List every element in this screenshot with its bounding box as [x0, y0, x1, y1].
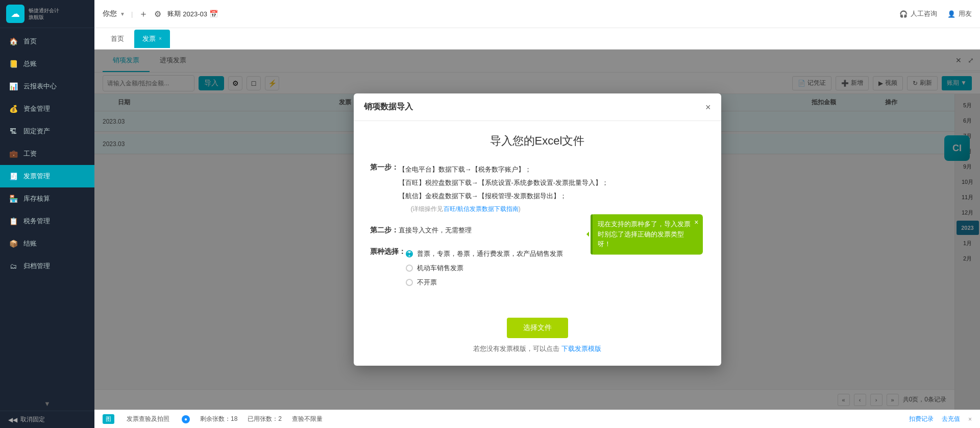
ticket-label: 票种选择： [370, 247, 406, 287]
unpin-icon: ◀◀ [8, 416, 17, 423]
tab-home-label: 首页 [111, 34, 124, 43]
sidebar-item-label: 总账 [23, 59, 37, 68]
radio-item-0[interactable]: 普票，专票，卷票，通行费发票，农产品销售发票 [406, 249, 563, 258]
sidebar-item-settle[interactable]: 📦 结账 [0, 232, 94, 255]
download-template-link[interactable]: 下载发票模版 [561, 345, 601, 352]
step1-content: 【全电平台】数据下载→【税务数字账户】； 【百旺】税控盘数据下载→【系统设置-系… [399, 163, 609, 203]
status-right: 扣费记录 去充值 × [909, 415, 972, 423]
sidebar-item-salary[interactable]: 💼 工资 [0, 142, 94, 165]
sidebar-item-label: 库存核算 [23, 194, 50, 203]
company-name: 你您 [103, 9, 117, 18]
sidebar-item-assets[interactable]: 🏗 固定资产 [0, 120, 94, 142]
ledger-icon: 📒 [8, 59, 18, 69]
topbar-separator: | [131, 10, 133, 18]
status-close-button[interactable]: × [968, 416, 972, 423]
home-icon: 🏠 [8, 36, 18, 46]
step1-line2: 【百旺】税控盘数据下载→【系统设置-系统参数设置-发票批量导入】； [399, 176, 609, 189]
status-badge: ● [182, 415, 190, 423]
period-calendar-icon: 📅 [209, 10, 218, 18]
modal-footer: 选择文件 若您没有发票模版，可以点击 下载发票模版 [354, 310, 721, 366]
step1-line1: 【全电平台】数据下载→【税务数字账户】； [399, 163, 609, 176]
sidebar-item-label: 工资 [23, 149, 37, 158]
status-invoice-icon[interactable]: 图 [103, 414, 114, 424]
logo-text: 畅捷通好会计 旗舰版 [29, 7, 59, 20]
step1-block: 第一步： 【全电平台】数据下载→【税务数字账户】； 【百旺】税控盘数据下载→【系… [370, 163, 705, 213]
tooltip-text: 现在支持的票种多了，导入发票时别忘了选择正确的发票类型呀！ [598, 220, 691, 248]
radio-item-1[interactable]: 机动车销售发票 [406, 264, 563, 273]
report-icon: 📊 [8, 81, 18, 91]
radio-circle-1 [406, 265, 413, 272]
service-button[interactable]: 🎧 人工咨询 [899, 9, 937, 18]
sidebar-item-label: 结账 [23, 239, 37, 248]
status-bar: 图 发票查验及拍照 ● 剩余张数：18 已用张数：2 查验不限量 扣费记录 去充… [94, 410, 980, 428]
template-hint: 若您没有发票模版，可以点击 下载发票模版 [473, 344, 601, 353]
salary-icon: 💼 [8, 149, 18, 159]
sidebar-item-finance[interactable]: 💰 资金管理 [0, 98, 94, 120]
radio-group: 普票，专票，卷票，通行费发票，农产品销售发票 机动车销售发票 不开票 [406, 249, 563, 287]
tabbar: 首页 发票 × [94, 28, 980, 50]
radio-label-1: 机动车销售发票 [417, 264, 463, 273]
archive-icon: 🗂 [8, 261, 18, 271]
sidebar-item-archive[interactable]: 🗂 归档管理 [0, 255, 94, 277]
modal-close-button[interactable]: × [705, 103, 711, 112]
user-menu[interactable]: 👤 用友 [947, 9, 972, 18]
radio-label-0: 普票，专票，卷票，通行费发票，农产品销售发票 [417, 249, 563, 258]
company-selector[interactable]: 你您 ▼ [103, 9, 125, 18]
sidebar-item-home[interactable]: 🏠 首页 [0, 30, 94, 53]
modal-main-title: 导入您的Excel文件 [370, 133, 705, 149]
deduct-record-link[interactable]: 扣费记录 [909, 415, 934, 423]
main-area: 你您 ▼ | ＋ ⚙ 账期 2023-03 📅 🎧 人工咨询 👤 用友 [94, 0, 980, 428]
content-area: 销项发票 进项发票 导入 ⚙ □ ⚡ [94, 50, 980, 410]
topbar: 你您 ▼ | ＋ ⚙ 账期 2023-03 📅 🎧 人工咨询 👤 用友 [94, 0, 980, 28]
inventory-icon: 🏪 [8, 194, 18, 204]
sidebar-item-ledger[interactable]: 📒 总账 [0, 53, 94, 75]
import-modal: 销项数据导入 × 导入您的Excel文件 第一步： 【全电平台】数据下载→【税务… [354, 93, 721, 366]
sidebar-unpin[interactable]: ◀◀ 取消固定 [0, 411, 94, 428]
radio-circle-0 [406, 250, 413, 257]
sidebar-item-inventory[interactable]: 🏪 库存核算 [0, 187, 94, 210]
period-label: 账期 [167, 9, 181, 18]
tooltip-bar [591, 214, 593, 254]
status-used: 已用张数：2 [248, 415, 282, 423]
tab-home[interactable]: 首页 [103, 30, 132, 48]
sidebar-item-label: 首页 [23, 37, 37, 46]
logo-icon: ☁ [6, 5, 24, 23]
settle-icon: 📦 [8, 239, 18, 249]
radio-circle-2 [406, 279, 413, 286]
sidebar-item-tax[interactable]: 📋 税务管理 [0, 210, 94, 232]
tooltip-close-button[interactable]: × [694, 217, 698, 228]
step1-label: 第一步： [370, 163, 399, 203]
sidebar-scroll-down[interactable]: ▼ [0, 396, 94, 411]
step1-link-area: (详细操作见百旺/航信发票数据下载指南) [370, 205, 705, 213]
sidebar-nav: 🏠 首页 📒 总账 📊 云报表中心 💰 资金管理 🏗 固定资产 💼 工资 [0, 28, 94, 396]
status-invoice-label: 发票查验及拍照 [127, 415, 169, 423]
recharge-link[interactable]: 去充值 [942, 415, 960, 423]
sidebar-item-label: 归档管理 [23, 261, 50, 271]
period-display: 账期 2023-03 📅 [167, 9, 218, 18]
sidebar-item-invoice[interactable]: 🧾 发票管理 [0, 165, 94, 187]
logo-area: ☁ 畅捷通好会计 旗舰版 [0, 0, 94, 28]
settings-button[interactable]: ⚙ [154, 9, 161, 19]
modal-header: 销项数据导入 × [354, 93, 721, 121]
tooltip-bubble: × 现在支持的票种多了，导入发票时别忘了选择正确的发票类型呀！ [591, 214, 703, 254]
invoice-icon: 🧾 [8, 171, 18, 181]
topbar-right: 🎧 人工咨询 👤 用友 [899, 9, 972, 18]
tab-invoice-close-icon[interactable]: × [159, 36, 162, 41]
radio-label-2: 不开票 [417, 278, 437, 287]
add-company-button[interactable]: ＋ [139, 8, 148, 20]
sidebar-item-label: 云报表中心 [23, 82, 57, 91]
sidebar-item-label: 税务管理 [23, 217, 50, 226]
select-file-button[interactable]: 选择文件 [507, 318, 568, 338]
sidebar-item-label: 发票管理 [23, 172, 50, 181]
sidebar-item-label: 资金管理 [23, 104, 50, 113]
radio-item-2[interactable]: 不开票 [406, 278, 563, 287]
assets-icon: 🏗 [8, 126, 18, 136]
sidebar-item-report[interactable]: 📊 云报表中心 [0, 75, 94, 98]
step1-line3: 【航信】金税盘数据下载→【报税管理-发票数据导出】； [399, 189, 609, 203]
tab-invoice[interactable]: 发票 × [134, 30, 170, 48]
period-value: 2023-03 [183, 10, 207, 18]
status-unlimited: 查验不限量 [292, 415, 323, 423]
baiwang-guide-link[interactable]: 百旺/航信发票数据下载指南 [444, 205, 519, 212]
tax-icon: 📋 [8, 216, 18, 226]
headset-icon: 🎧 [899, 10, 908, 18]
